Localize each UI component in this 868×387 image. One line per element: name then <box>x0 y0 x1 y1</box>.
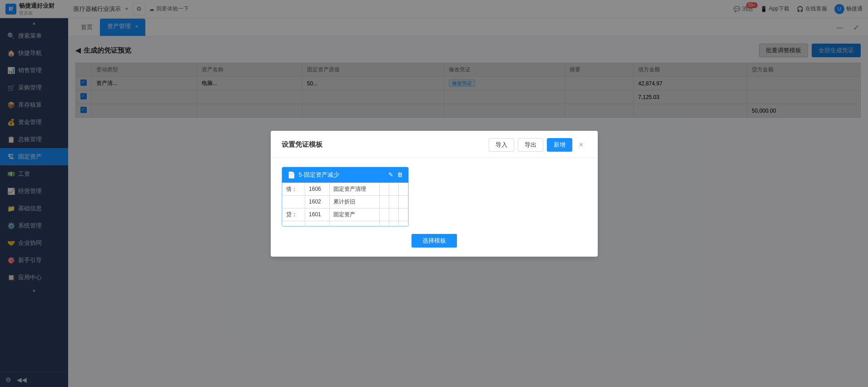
template-cell-col4 <box>389 221 398 226</box>
template-card-name: 5-固定资产减少 <box>299 171 340 179</box>
template-card-icon: 📄 <box>288 171 295 179</box>
template-cell-col4 <box>389 208 398 221</box>
template-edit-icon[interactable]: ✎ <box>388 171 393 178</box>
template-cell-code: 1601 <box>305 208 330 221</box>
voucher-template-modal: 设置凭证模板 导入 导出 新增 × 📄 5-固定资产减少 ✎ 🗑 <box>271 131 598 257</box>
template-cell-name: 累计折旧 <box>329 195 379 208</box>
template-card-actions: ✎ 🗑 <box>388 171 403 178</box>
modal-header-actions: 导入 导出 新增 × <box>489 138 587 152</box>
template-cell-name: 固定资产 <box>329 208 379 221</box>
template-cell-col3 <box>379 195 389 208</box>
template-cell-direction: 借： <box>282 183 305 195</box>
template-cell-col5 <box>398 208 408 221</box>
export-button[interactable]: 导出 <box>518 138 543 152</box>
template-cell-direction: 贷： <box>282 208 305 221</box>
template-cell-direction <box>282 221 305 226</box>
template-cell-col3 <box>379 208 389 221</box>
template-cell-name <box>329 221 379 226</box>
template-row: 1602 累计折旧 <box>282 195 408 208</box>
modal-header: 设置凭证模板 导入 导出 新增 × <box>271 131 598 158</box>
template-card: 📄 5-固定资产减少 ✎ 🗑 借： 1606 固定资产清理 <box>282 167 409 227</box>
template-cell-col4 <box>389 195 398 208</box>
select-template-button[interactable]: 选择模板 <box>412 234 457 248</box>
template-cell-col5 <box>398 195 408 208</box>
import-button[interactable]: 导入 <box>489 138 514 152</box>
template-card-header: 📄 5-固定资产减少 ✎ 🗑 <box>282 167 408 183</box>
modal-overlay: 设置凭证模板 导入 导出 新增 × 📄 5-固定资产减少 ✎ 🗑 <box>0 0 868 387</box>
modal-body: 📄 5-固定资产减少 ✎ 🗑 借： 1606 固定资产清理 <box>271 158 598 257</box>
modal-close-button[interactable]: × <box>576 139 587 150</box>
template-cell-col4 <box>389 183 398 195</box>
modal-title: 设置凭证模板 <box>282 140 322 149</box>
template-cell-name: 固定资产清理 <box>329 183 379 195</box>
template-cell-code <box>305 221 330 226</box>
template-cell-col3 <box>379 183 389 195</box>
template-cell-col5 <box>398 221 408 226</box>
template-delete-icon[interactable]: 🗑 <box>397 171 403 178</box>
new-template-button[interactable]: 新增 <box>547 138 572 152</box>
template-cell-code: 1602 <box>305 195 330 208</box>
template-row: 贷： 1601 固定资产 <box>282 208 408 221</box>
template-cell-col5 <box>398 183 408 195</box>
template-cell-direction <box>282 195 305 208</box>
template-row <box>282 221 408 226</box>
template-table: 借： 1606 固定资产清理 1602 累计折旧 <box>282 183 408 226</box>
template-cell-code: 1606 <box>305 183 330 195</box>
template-cell-col3 <box>379 221 389 226</box>
template-row: 借： 1606 固定资产清理 <box>282 183 408 195</box>
